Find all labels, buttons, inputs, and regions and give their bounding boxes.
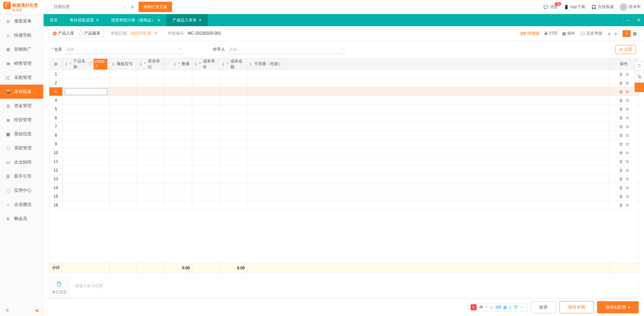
cell-unit[interactable] — [137, 96, 165, 104]
table-row[interactable]: 10🗑⧉ — [49, 148, 638, 157]
edit-date-icon[interactable]: ✎ — [154, 31, 158, 36]
cell-qty[interactable] — [165, 157, 192, 166]
sidebar-item-11[interactable]: ☰新手引导 — [0, 169, 43, 183]
cell-amount[interactable] — [220, 148, 247, 157]
shortcut-button[interactable]: ⌨ 快捷键 — [520, 31, 539, 36]
column-settings-button[interactable]: ⚙ 设置 — [615, 45, 636, 54]
delete-row-icon[interactable]: 🗑 — [618, 133, 625, 138]
cell-product-name[interactable] — [63, 166, 110, 174]
cell-unit[interactable] — [137, 79, 165, 87]
remarks-input[interactable]: 请输入备注信息 — [69, 278, 638, 298]
cell-price[interactable] — [192, 87, 220, 96]
cell-qty[interactable] — [165, 175, 192, 183]
copy-row-icon[interactable]: ⧉ — [625, 98, 630, 103]
cell-unit[interactable] — [137, 201, 165, 209]
copy-row-icon[interactable]: ⧉ — [625, 150, 630, 155]
cell-amount[interactable] — [220, 96, 247, 104]
cell-amount[interactable] — [220, 114, 247, 122]
copy-row-icon[interactable]: ⧉ — [625, 72, 630, 77]
ime-tool-icon[interactable]: ☺ — [489, 305, 493, 310]
tab-1[interactable]: 售价提取设置✕ — [64, 14, 105, 26]
cell-qty[interactable] — [165, 87, 192, 96]
cell-product-name[interactable] — [63, 96, 110, 104]
cell-available[interactable] — [247, 175, 609, 183]
sidebar-item-6[interactable]: ◎资金管理 — [0, 99, 43, 113]
cell-product-name[interactable] — [63, 192, 110, 200]
table-row[interactable]: 15🗑⧉ — [49, 192, 638, 201]
cell-available[interactable] — [247, 79, 609, 87]
cell-amount[interactable] — [220, 105, 247, 113]
handler-select[interactable]: 选择... ⋯ — [228, 45, 346, 54]
cell-price[interactable] — [192, 70, 220, 78]
cell-qty[interactable] — [165, 79, 192, 87]
cell-price[interactable] — [192, 175, 220, 183]
cell-product-name[interactable] — [63, 105, 110, 113]
delete-row-icon[interactable]: 🗑 — [618, 177, 625, 181]
cell-spec[interactable] — [110, 148, 137, 157]
cell-qty[interactable] — [165, 96, 192, 104]
cell-product-name[interactable] — [63, 157, 110, 166]
cell-qty[interactable] — [165, 105, 192, 113]
cell-qty[interactable] — [165, 122, 192, 131]
cell-amount[interactable] — [220, 201, 247, 209]
discard-button[interactable]: 放弃 — [531, 301, 556, 313]
table-row[interactable]: 4🗑⧉ — [49, 96, 638, 105]
cell-amount[interactable] — [220, 87, 247, 96]
copy-row-icon[interactable]: ⧉ — [625, 133, 630, 138]
delete-row-icon[interactable]: 🗑 — [618, 107, 625, 111]
cell-product-name[interactable] — [63, 201, 110, 209]
ime-tool-icon[interactable]: 👕 — [513, 305, 518, 310]
cell-price[interactable] — [192, 114, 220, 122]
cell-qty[interactable] — [165, 140, 192, 148]
table-row[interactable]: 14🗑⧉ — [49, 183, 638, 192]
sidebar-item-5[interactable]: 📦库存核算 — [0, 85, 43, 99]
cell-amount[interactable] — [220, 166, 247, 174]
tab-0[interactable]: 首页 — [44, 14, 64, 26]
delete-row-icon[interactable]: 🗑 — [618, 142, 625, 146]
app-download-button[interactable]: 📱 App下载 — [564, 4, 585, 10]
table-row[interactable]: +🗑⧉ — [49, 87, 638, 96]
cell-unit[interactable] — [137, 140, 165, 148]
cell-available[interactable] — [247, 183, 609, 192]
table-row[interactable]: 9🗑⧉ — [49, 140, 638, 148]
sidebar-item-0[interactable]: ⊙搜索菜单 — [0, 14, 43, 28]
cell-spec[interactable] — [110, 175, 137, 183]
delete-row-icon[interactable]: 🗑 — [618, 150, 625, 155]
trial-button[interactable]: 体验行业方案 — [139, 2, 172, 12]
cell-price[interactable] — [192, 201, 220, 209]
save-new-button[interactable]: 保存&新增 ▾ — [597, 301, 639, 313]
cell-available[interactable] — [247, 157, 609, 166]
cell-spec[interactable] — [110, 201, 137, 209]
cell-available[interactable] — [247, 87, 609, 96]
delete-row-icon[interactable]: 🗑 — [618, 185, 625, 190]
cell-price[interactable] — [192, 183, 220, 192]
cell-product-name[interactable] — [63, 183, 110, 192]
copy-row-icon[interactable]: ⧉ — [625, 81, 630, 85]
cell-amount[interactable] — [220, 122, 247, 131]
cell-product-name[interactable] — [63, 70, 110, 78]
cell-unit[interactable] — [137, 183, 165, 192]
operate-button[interactable]: ▦ 操作 — [562, 31, 575, 36]
delete-row-icon[interactable]: 🗑 — [618, 116, 625, 120]
user-menu[interactable]: 徐泽华 — [620, 3, 641, 11]
table-row[interactable]: 12🗑⧉ — [49, 166, 638, 175]
cell-available[interactable] — [247, 114, 609, 122]
th-price[interactable]: ▲▼ *成本单价 — [192, 58, 220, 70]
radio-product-return[interactable]: 产品退库 — [79, 31, 100, 36]
sidebar-item-3[interactable]: 🛍销售管理 — [0, 56, 43, 71]
doc-date-value[interactable]: 2023-03-20 — [130, 31, 151, 36]
cell-price[interactable] — [192, 192, 220, 200]
cell-product-name[interactable] — [63, 131, 110, 139]
delete-row-icon[interactable]: 🗑 — [618, 159, 625, 164]
cell-spec[interactable] — [110, 70, 137, 78]
delete-row-icon[interactable]: 🗑 — [618, 124, 625, 129]
cell-price[interactable] — [192, 79, 220, 87]
cell-price[interactable] — [192, 105, 220, 113]
cell-amount[interactable] — [220, 70, 247, 78]
cell-unit[interactable] — [137, 175, 165, 183]
sidebar-item-10[interactable]: ▭企业协同 — [0, 155, 43, 169]
history-button[interactable]: 🕘 历史单据 — [580, 31, 602, 36]
rail-expand-button[interactable]: ⛶ — [635, 83, 644, 92]
cell-unit[interactable] — [137, 157, 165, 166]
ime-toolbar[interactable]: S 中 •☺⌨▦≡👕⋯ — [468, 303, 527, 311]
